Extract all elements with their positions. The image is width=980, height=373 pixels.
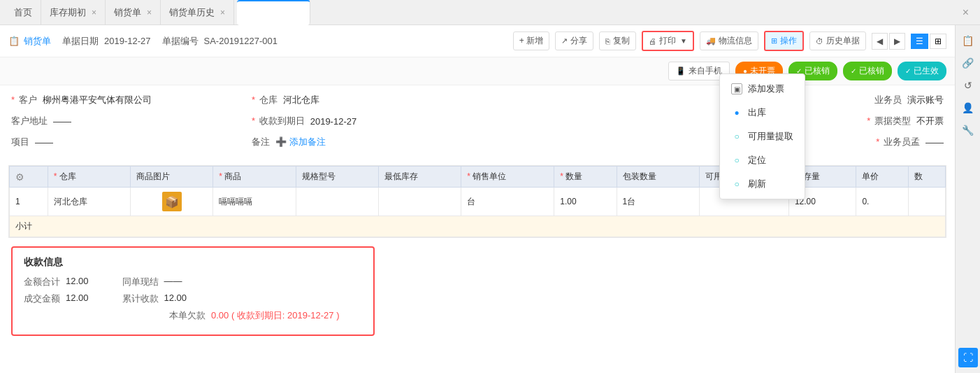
- col-spec: 规格型号: [296, 167, 378, 188]
- col-min-stock: 最低库存: [379, 167, 461, 188]
- col-qty: * 数量: [554, 167, 617, 188]
- sidebar-icon-5[interactable]: 🔧: [958, 120, 978, 140]
- summary-title: 收款信息: [24, 256, 362, 269]
- operation-dropdown: ▣ 添加发票 ● 出库 ○ 可用量提取 ○ 定位 ○ 刷新: [719, 73, 805, 199]
- tab-bar: 首页 库存期初 × 销货单 × 销货单历史 × 查看销货单 × ×: [0, 0, 980, 25]
- new-button[interactable]: + 新增: [513, 31, 549, 50]
- row-pkg-qty: 1台: [617, 188, 699, 216]
- sold-button[interactable]: ✓ 已核销: [843, 62, 892, 80]
- tab-sales[interactable]: 销货单 ×: [106, 0, 161, 25]
- add-invoice-item[interactable]: ▣ 添加发票: [720, 77, 805, 101]
- prev-button[interactable]: ◀: [872, 33, 888, 50]
- history-button[interactable]: ⏱ 历史单据: [809, 31, 866, 50]
- sub-header: 📋 销货单 单据日期 2019-12-27 单据编号 SA-20191227-0…: [0, 25, 955, 57]
- tab-inventory[interactable]: 库存期初 ×: [41, 0, 106, 25]
- form-section: * 客户 柳州粤港平安气体有限公司 * 仓库 河北仓库 业务员 演示账号: [0, 85, 955, 165]
- subtotal-row: 小计: [10, 216, 946, 237]
- sidebar-icon-1[interactable]: 📋: [958, 31, 978, 50]
- sidebar-icon-6[interactable]: ⛶: [958, 348, 978, 367]
- customer-field-group: * 客户 柳州粤港平安气体有限公司: [11, 94, 235, 106]
- summary-section: 收款信息 金额合计 12.00 同单现结 —— 成交金额 12.00 累计收款: [11, 246, 375, 336]
- row-min-stock: [379, 188, 461, 216]
- circle-teal-icon-3: ○: [731, 178, 742, 190]
- add-note-button[interactable]: ➕ 添加备注: [275, 136, 326, 148]
- address-field-group: 客户地址 ——: [11, 115, 235, 127]
- print-button[interactable]: 🖨 打印 ▼: [642, 31, 694, 51]
- row-amount: [909, 188, 946, 216]
- circle-teal-icon-2: ○: [731, 155, 742, 166]
- tab-view-sales[interactable]: 查看销货单 ×: [237, 0, 310, 25]
- next-button[interactable]: ▶: [889, 33, 905, 50]
- row-image: 📦: [130, 188, 212, 216]
- summary-row-3: 本单欠款 0.00 ( 收款到期日: 2019-12-27 ): [24, 309, 362, 322]
- payment-date-field-group: * 收款到期日 2019-12-27: [252, 115, 475, 127]
- grid-view-button[interactable]: ⊞: [930, 34, 946, 49]
- share-button[interactable]: ↗ 分享: [555, 31, 593, 50]
- project-field-group: 项目 ——: [11, 136, 235, 148]
- close-sales-tab[interactable]: ×: [147, 8, 152, 17]
- operation-button[interactable]: ⊞ 操作: [764, 31, 804, 51]
- window-close[interactable]: ×: [957, 6, 974, 19]
- row-qty: 1.00: [554, 188, 617, 216]
- col-image: 商品图片: [130, 167, 212, 188]
- row-index: 1: [10, 188, 48, 216]
- col-product: * 商品: [213, 167, 296, 188]
- row-spec: [296, 188, 378, 216]
- col-warehouse: * 仓库: [48, 167, 130, 188]
- row-product: 嗝嗝嗝嗝: [213, 188, 296, 216]
- toolbar: + 新增 ↗ 分享 ⎘ 复制 🖨 打印 ▼ 🚚 物流信息: [513, 31, 946, 51]
- warehouse-field-group: * 仓库 河北仓库: [252, 94, 475, 106]
- circle-teal-icon-1: ○: [731, 131, 742, 142]
- effective-button[interactable]: ✓ 已生效: [898, 62, 946, 80]
- outstanding-item: 本单欠款 0.00 ( 收款到期日: 2019-12-27 ): [169, 309, 340, 322]
- available-qty-item[interactable]: ○ 可用量提取: [720, 125, 805, 148]
- close-history-tab[interactable]: ×: [220, 8, 225, 17]
- staff2-field-group: * 业务员孟 ——: [876, 136, 944, 148]
- sidebar-icon-3[interactable]: ↺: [958, 76, 978, 95]
- note-field-group: 备注 ➕ 添加备注: [252, 136, 475, 148]
- right-sidebar: 📋 🔗 ↺ 👤 🔧 ⛶: [955, 25, 980, 373]
- summary-row-1: 金额合计 12.00 同单现结 ——: [24, 276, 362, 288]
- nav-arrows: ◀ ▶: [872, 33, 905, 50]
- sidebar-icon-2[interactable]: 🔗: [958, 53, 978, 73]
- placeholder-item: [24, 309, 136, 322]
- summary-row-2: 成交金额 12.00 累计收款 12.00: [24, 293, 362, 305]
- row-unit-price: 0.: [856, 188, 909, 216]
- row-unit: 台: [461, 188, 554, 216]
- outbound-item[interactable]: ● 出库: [720, 101, 805, 125]
- ticket-type-field-group: * 票据类型 不开票: [867, 115, 944, 127]
- view-toggle: ☰ ⊞: [911, 34, 946, 49]
- close-inventory-tab[interactable]: ×: [92, 8, 96, 17]
- locate-item[interactable]: ○ 定位: [720, 148, 805, 172]
- list-view-button[interactable]: ☰: [911, 34, 928, 49]
- logistics-button[interactable]: 🚚 物流信息: [700, 31, 758, 50]
- col-amount: 数: [909, 167, 946, 188]
- circle-blue-icon: ●: [731, 107, 742, 118]
- deal-amount-item: 成交金额 12.00: [24, 293, 89, 305]
- product-table: ⚙ * 仓库 商品图片 * 商品 规格型号 最低库存 * 销售单位 * 数量 包…: [9, 166, 946, 237]
- col-unit-price: 单价: [856, 167, 909, 188]
- copy-button[interactable]: ⎘ 复制: [599, 31, 636, 50]
- same-order-settlement-item: 同单现结 ——: [122, 276, 182, 288]
- tab-home[interactable]: 首页: [6, 0, 41, 25]
- product-table-container: ⚙ * 仓库 商品图片 * 商品 规格型号 最低库存 * 销售单位 * 数量 包…: [8, 165, 946, 238]
- col-unit: * 销售单位: [461, 167, 554, 188]
- doc-title: 📋 销货单: [8, 35, 51, 48]
- col-gear: ⚙: [10, 167, 48, 188]
- staff-field-group: 业务员 演示账号: [874, 94, 944, 106]
- doc-meta: 单据日期 2019-12-27 单据编号 SA-20191227-001: [62, 35, 278, 48]
- doc-icon: 📋: [8, 36, 20, 46]
- tab-sales-history[interactable]: 销货单历史 ×: [161, 0, 234, 25]
- refresh-item[interactable]: ○ 刷新: [720, 172, 805, 196]
- action-row: 📱 来自手机 ● 未开票 ✓ 已核销 ✓ 已核销 ✓ 已生效: [0, 57, 955, 85]
- sidebar-icon-4[interactable]: 👤: [958, 98, 978, 118]
- col-pkg-qty: 包装数量: [617, 167, 699, 188]
- invoice-icon: ▣: [731, 83, 742, 94]
- row-warehouse: 河北仓库: [48, 188, 130, 216]
- total-amount-item: 金额合计 12.00: [24, 276, 89, 288]
- close-view-tab[interactable]: ×: [296, 8, 301, 18]
- accumulated-receipt-item: 累计收款 12.00: [122, 293, 187, 305]
- subtotal-label: 小计: [10, 216, 946, 237]
